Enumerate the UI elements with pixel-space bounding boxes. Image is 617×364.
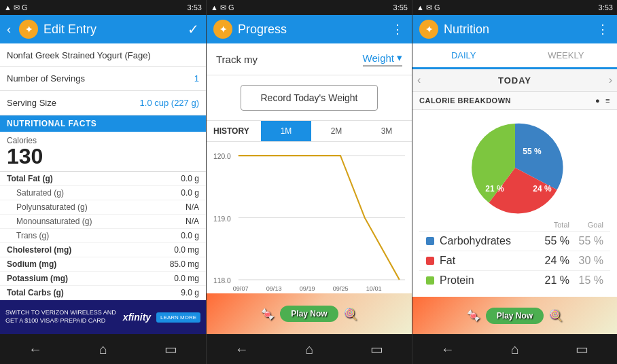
facts-body: Calories 130 Total Fat (g)0.0 gSaturated… (0, 132, 206, 300)
track-my-row: Track my Weight ▾ (207, 43, 412, 75)
nutrient-row: Trans (g)0.0 g (0, 229, 206, 243)
nutrient-value: 0.0 mg (174, 245, 199, 255)
legend-item-name: Fat (440, 255, 535, 267)
back-nav-icon-3[interactable]: ← (441, 342, 455, 357)
candy-crush-icon-3: 🍭 (549, 309, 563, 322)
status-bar-1: ▲ ✉ G 3:53 (0, 0, 206, 15)
nutrient-row: Total Carbs (g)9.0 g (0, 286, 206, 300)
nutrition-header: ✦ Nutrition ⋮ (412, 15, 617, 43)
status-time-3: 3:53 (599, 3, 613, 12)
status-icons-left-2: ▲ ✉ G (211, 3, 234, 12)
candy-ad-text-3: 🍬 (467, 309, 480, 322)
calorie-breakdown-label: CALORIE BREAKDOWN (419, 96, 511, 105)
legend-color-dot (426, 257, 434, 265)
nutrient-value: 0.0 g (181, 188, 199, 198)
pie-chart-icon[interactable]: ● (595, 96, 600, 105)
recent-nav-icon-1[interactable]: ▭ (164, 341, 177, 357)
panel-nutrition: ▲ ✉ G 3:53 ✦ Nutrition ⋮ DAILY WEEKLY ‹ … (412, 0, 617, 364)
svg-text:24 %: 24 % (533, 184, 552, 194)
nutrient-row: Polyunsaturated (g)N/A (0, 200, 206, 215)
track-my-label: Track my (216, 54, 258, 65)
list-view-icon[interactable]: ≡ (605, 96, 610, 105)
legend-list: Carbohydrates 55 % 55 % Fat 24 % 30 % Pr… (419, 231, 610, 290)
back-nav-icon-2[interactable]: ← (235, 342, 249, 357)
nutrient-name: Trans (g) (7, 231, 49, 240)
serving-size-value[interactable]: 1.0 cup (227 g) (140, 98, 199, 108)
nutrient-row: Monounsaturated (g)N/A (0, 215, 206, 229)
play-now-button-3[interactable]: Play Now (486, 308, 544, 324)
candy-ad-2: 🍬 Play Now 🍭 (207, 293, 412, 334)
nav-bar-2: ← ⌂ ▭ (207, 334, 412, 364)
tab-3m[interactable]: 3M (362, 121, 412, 141)
record-button-wrap: Record Today's Weight (207, 75, 412, 121)
candy-crush-icon: 🍭 (344, 308, 357, 321)
nutrient-name: Polyunsaturated (g) (7, 202, 88, 212)
nutrient-name: Potassium (mg) (7, 274, 68, 283)
menu-dots-3[interactable]: ⋮ (597, 22, 610, 37)
home-nav-icon-2[interactable]: ⌂ (305, 342, 313, 357)
legend-item-total: 24 % (535, 255, 569, 267)
status-bar-3: ▲ ✉ G 3:53 (412, 0, 617, 15)
svg-text:09/07: 09/07 (233, 285, 249, 291)
legend-item-goal: 30 % (569, 255, 603, 267)
nutrient-value: N/A (186, 217, 199, 226)
tab-2m[interactable]: 2M (311, 121, 362, 141)
recent-nav-icon-2[interactable]: ▭ (370, 341, 383, 357)
legend-item-name: Protein (440, 274, 535, 287)
status-icons-left-3: ▲ ✉ G (417, 3, 440, 12)
serving-size-label: Serving Size (7, 98, 56, 108)
svg-text:120.0: 120.0 (213, 153, 231, 160)
legend-header: Total Goal (419, 219, 610, 231)
svg-text:09/19: 09/19 (300, 285, 315, 291)
legend-name-header (426, 221, 535, 229)
ad-learn-more-button[interactable]: LEARN MORE (156, 312, 200, 323)
food-name: Nonfat Greek Strained Yogurt (Fage) (0, 43, 206, 67)
record-weight-button[interactable]: Record Today's Weight (241, 85, 377, 111)
check-icon[interactable]: ✓ (188, 21, 199, 37)
next-day-button[interactable]: › (609, 74, 612, 86)
tab-weekly[interactable]: WEEKLY (515, 43, 618, 67)
nav-bar-1: ← ⌂ ▭ (0, 334, 206, 364)
svg-text:09/25: 09/25 (333, 285, 349, 291)
legend-row: Fat 24 % 30 % (419, 251, 610, 270)
progress-title: Progress (238, 22, 386, 37)
candy-ad-text: 🍬 (261, 308, 275, 321)
today-row: ‹ TODAY › (412, 69, 617, 92)
legend-row: Protein 21 % 15 % (419, 270, 610, 290)
svg-text:118.0: 118.0 (213, 277, 231, 285)
nutrient-name: Saturated (g) (7, 188, 64, 198)
back-arrow-icon[interactable]: ‹ (7, 22, 11, 37)
back-nav-icon-1[interactable]: ← (29, 342, 42, 357)
calories-value: 130 (7, 145, 43, 167)
play-now-button-2[interactable]: Play Now (280, 306, 338, 322)
weight-chart: 120.0 119.0 118.0 09/07 09/13 09/19 09/2… (212, 145, 406, 291)
servings-row: Number of Servings 1 (0, 67, 206, 91)
nutrient-value: 9.0 g (181, 288, 199, 297)
track-my-select[interactable]: Weight ▾ (363, 52, 402, 67)
legend-color-dot (426, 237, 434, 245)
svg-text:21 %: 21 % (485, 184, 504, 194)
nutrient-value: 0.0 g (181, 174, 199, 183)
serving-size-row: Serving Size 1.0 cup (227 g) (0, 91, 206, 115)
tab-1m[interactable]: 1M (261, 121, 311, 141)
recent-nav-icon-3[interactable]: ▭ (576, 341, 588, 357)
app-logo-2: ✦ (213, 20, 232, 39)
today-label: TODAY (421, 75, 608, 86)
edit-entry-header: ‹ ✦ Edit Entry ✓ (0, 15, 206, 43)
nutritional-facts-header: NUTRITIONAL FACTS (0, 115, 206, 132)
status-bar-2: ▲ ✉ G 3:55 (207, 0, 412, 15)
tab-daily[interactable]: DAILY (412, 43, 515, 69)
nutrient-row: Sodium (mg)85.0 mg (0, 257, 206, 272)
nutrient-name: Total Carbs (g) (7, 288, 64, 297)
servings-value[interactable]: 1 (194, 73, 199, 84)
home-nav-icon-3[interactable]: ⌂ (511, 342, 519, 357)
dropdown-arrow-icon: ▾ (397, 52, 402, 64)
menu-dots-2[interactable]: ⋮ (391, 22, 405, 37)
pie-and-legend: 55 % 24 % 21 % Total Goal Carbohydrates … (419, 117, 610, 290)
ad-text-1: SWITCH TO VERIZON WIRELESS AND (5, 309, 118, 317)
svg-text:119.0: 119.0 (213, 215, 231, 223)
chart-area: 120.0 119.0 118.0 09/07 09/13 09/19 09/2… (207, 142, 412, 293)
home-nav-icon-1[interactable]: ⌂ (99, 342, 107, 357)
calories-row: Calories 130 (0, 132, 206, 172)
nutrient-row: Saturated (g)0.0 g (0, 186, 206, 200)
